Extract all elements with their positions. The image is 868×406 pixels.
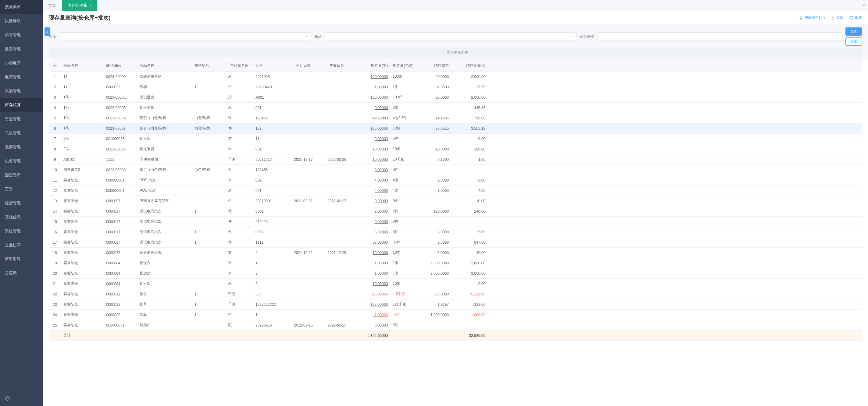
search-button[interactable]: 查询 [845, 27, 862, 36]
sidebar-item-13[interactable]: 工资 [0, 182, 43, 196]
sidebar-item-3[interactable]: 批发管理▾ [0, 42, 43, 56]
tab-current-label: 库存批次账 [67, 3, 87, 8]
col-cost[interactable]: 结存成本 [421, 60, 451, 72]
sidebar-settings[interactable] [0, 392, 43, 406]
sidebar-item-9[interactable]: 总账管理 [0, 126, 43, 140]
table-row[interactable]: 11嘉睿陆仓000900001POS 批次米0024.000004米2.0000… [49, 175, 862, 185]
export-button[interactable]: 导出 [831, 15, 844, 21]
col-code[interactable]: 商品编码 [104, 60, 137, 72]
table-row[interactable]: 20嘉睿陆仓0000084批次次米21.000001米3,000.00003,0… [49, 268, 862, 279]
table-row[interactable]: 12嘉睿陆仓000900001POS 批次米0014.000004米1.0000… [49, 185, 862, 196]
settings-button[interactable]: 设置 [845, 37, 862, 46]
tab-current[interactable]: 库存批次账 × [62, 0, 98, 11]
filter-category-input[interactable]: ⌄ [597, 32, 842, 41]
col-name[interactable]: 商品名称 [137, 60, 192, 72]
col-amount[interactable]: 结存金额 ⓘ [451, 60, 488, 72]
qty-link: 1.00000 [375, 85, 388, 89]
sidebar-item-17[interactable]: 企业协同 [0, 238, 43, 252]
table-row[interactable]: 82号0023-00005批次退货米00110.0000010米10.00001… [49, 144, 862, 155]
filter-product-input[interactable]: ⋯ [325, 32, 577, 41]
table-row[interactable]: 22嘉睿陆仓0000012批号1千克33-16.00000-16千克333.00… [49, 289, 862, 299]
table-row[interactable]: 1110023-00009软硬通用树脂米2021098100.00000100米… [49, 72, 862, 82]
col-spec[interactable]: 规格型号 [192, 60, 226, 72]
sidebar-item-6[interactable]: 采购管理 [0, 84, 43, 98]
sidebar-item-12[interactable]: 固定资产 [0, 168, 43, 182]
table-row[interactable]: 10测试退货20023-00008富贵（白色/纯棉）白色/纯棉件1234560.… [49, 165, 862, 175]
svg-point-2 [54, 65, 56, 66]
qty-link: -16.00000 [371, 292, 388, 296]
sidebar-item-label: 搜索菜单 [5, 4, 21, 10]
sidebar-item-10[interactable]: 发票管理 [0, 140, 43, 154]
table-row[interactable]: 2110000029禁标1个202204291.000001个37.950037… [49, 82, 862, 92]
table-row[interactable]: 18嘉睿陆仓0000078多头夏色玫瑰支22021-12-212021-12-2… [49, 248, 862, 258]
sidebar-item-7[interactable]: 库存核算 [0, 98, 43, 112]
sidebar-item-label: 企业协同 [5, 242, 21, 248]
print-button[interactable]: 按模版打印 ▾ [799, 15, 825, 21]
footer-amt: 32,589.06 [451, 331, 488, 341]
table-row[interactable]: 15嘉睿陆仓0000017测试电商批次件2104230.000000件 [49, 216, 862, 227]
table-row[interactable]: 24嘉睿陆仓0000029禁标1个1-1.00000-1个1,000.0000-… [49, 310, 862, 320]
sidebar-item-18[interactable]: 新手引导 [0, 252, 43, 266]
close-icon[interactable]: × [90, 3, 92, 8]
table-row[interactable]: 61号0023-00008富贵（白色/纯棉）白色/纯棉件123100.00000… [49, 123, 862, 134]
table-row[interactable]: 13嘉睿陆仓0000097POS显示库存异常个202109012021-09-0… [49, 196, 862, 206]
table-row[interactable]: 17嘉睿陆仓0000017测试电商批次1件111187.0000087件9.73… [49, 237, 862, 248]
qty-link: 10.00000 [373, 147, 388, 151]
sidebar-item-4[interactable]: 小畅电商 [0, 56, 43, 70]
qty-link: 100.00000 [370, 75, 388, 79]
sidebar-item-label: 系统管理 [5, 229, 21, 234]
qty-link: 0.00000 [375, 323, 388, 328]
svg-rect-1 [800, 17, 802, 18]
col-uom[interactable]: 主计量单位 [226, 60, 253, 72]
sidebar-item-label: 资金管理 [5, 116, 21, 122]
col-qty-main[interactable]: 现存量(主) [354, 60, 390, 72]
sidebar-item-15[interactable]: 基础信息 [0, 210, 43, 224]
tabs-close-all-icon[interactable]: × [863, 2, 866, 7]
sidebar-item-label: 经营管理 [5, 200, 21, 206]
sidebar-item-14[interactable]: 经营管理 [0, 196, 43, 210]
qty-link: 1.00000 [375, 261, 388, 265]
filter-expand-toggle[interactable]: » [44, 27, 50, 36]
filter-warehouse-input[interactable]: ⋯ [59, 32, 311, 41]
table-row[interactable]: 25嘉睿陆仓001000031鲜奶A瓶202202162022-02-16202… [49, 320, 862, 331]
sidebar-item-2[interactable]: 零售管理▾ [0, 28, 43, 42]
tab-home[interactable]: 首页 [43, 0, 62, 11]
printer-icon [799, 15, 803, 20]
table-container[interactable]: 仓库名称 商品编码 商品名称 规格型号 主计量单位 批号 生产日期 失效日期 现… [43, 60, 868, 406]
col-warehouse[interactable]: 仓库名称 [61, 60, 104, 72]
gear-icon [53, 63, 57, 67]
table-row[interactable]: 72号001000026批次呢吨110.000000吨0.00 [49, 134, 862, 144]
table-row[interactable]: 51号0023-00008富贵（白色/纯棉）白色/纯棉件12345649.600… [49, 113, 862, 123]
qty-link: -1.00000 [373, 313, 388, 317]
sidebar-item-label: 税务管理 [5, 158, 21, 164]
sidebar-item-11[interactable]: 税务管理 [0, 154, 43, 168]
table-row[interactable]: 19嘉睿陆仓0000084批次次米11.000001米2,000.00002,0… [49, 258, 862, 268]
col-exp-date[interactable]: 失效日期 [320, 60, 354, 72]
table-row[interactable]: 21嘉睿陆仓0000084批次次米310.0000010米0.00 [49, 279, 862, 289]
sidebar-item-label: 库存核算 [5, 102, 21, 108]
table-row[interactable]: 41号0023-00005批次退货米0010.000000米445.86 [49, 103, 862, 113]
sidebar-item-0[interactable]: 搜索菜单 [0, 0, 43, 14]
sidebar-item-8[interactable]: 资金管理 [0, 112, 43, 126]
expand-more-filters[interactable]: ⌄ 展开更多条件 [49, 48, 862, 57]
sidebar-item-19[interactable]: 云应用 [0, 266, 43, 280]
sidebar-item-label: 电商管理 [5, 74, 21, 80]
table-row[interactable]: 14嘉睿陆仓0000017测试电商批次1件00012.000002件120.00… [49, 206, 862, 216]
sidebar-item-label: 工资 [5, 187, 13, 192]
sidebar: 搜索菜单快捷导航零售管理▾批发管理▾小畅电商电商管理采购管理库存核算资金管理总账… [0, 0, 43, 406]
sidebar-item-5[interactable]: 电商管理 [0, 70, 43, 84]
table-row[interactable]: 23嘉睿陆仓0000012批号1千克1222222222122.00000122… [49, 299, 862, 310]
col-settings[interactable] [49, 60, 61, 72]
sidebar-item-16[interactable]: 系统管理 [0, 224, 43, 238]
sidebar-item-label: 固定资产 [5, 172, 21, 178]
col-batch[interactable]: 批号 [253, 60, 287, 72]
refresh-button[interactable]: 刷新 [849, 15, 862, 21]
col-qty-pack[interactable]: 现存量(包装) [390, 60, 421, 72]
table-row[interactable]: 31号0023-0000…测试批次斤A001100.00000100斤20.00… [49, 92, 862, 103]
sidebar-item-1[interactable]: 快捷导航 [0, 14, 43, 28]
col-prod-date[interactable]: 生产日期 [287, 60, 320, 72]
table-row[interactable]: 9A01-011111子件保质期千克202112172021-12-172022… [49, 155, 862, 165]
table-row[interactable]: 16嘉睿陆仓0000017测试电商批次1件00033.000003件3.0000… [49, 227, 862, 237]
gear-icon [5, 396, 10, 401]
qty-link: 10.00000 [373, 251, 388, 255]
